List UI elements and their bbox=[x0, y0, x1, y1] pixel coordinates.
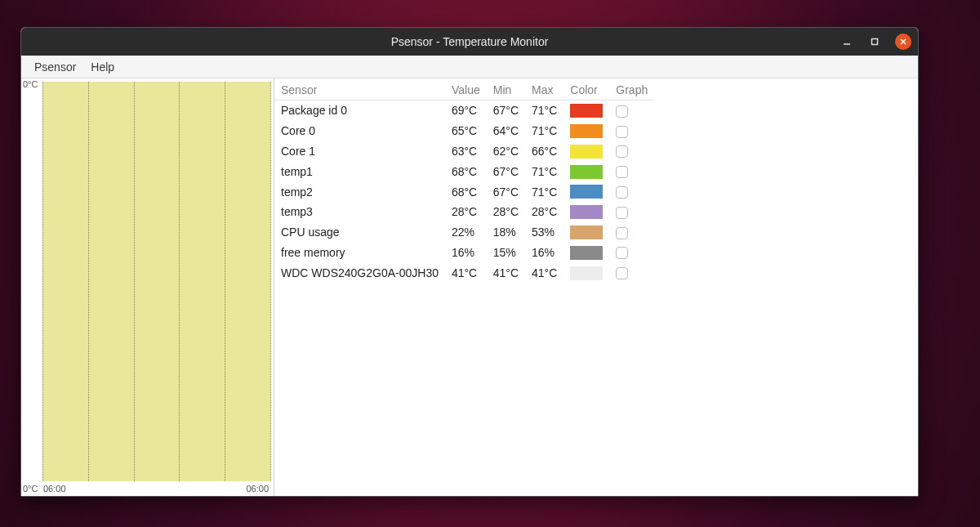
table-row[interactable]: WDC WDS240G2G0A-00JH3041°C41°C41°C bbox=[274, 262, 654, 283]
sensor-value: 65°C bbox=[445, 121, 487, 141]
sensor-color-cell[interactable] bbox=[564, 181, 609, 202]
sensor-color-cell[interactable] bbox=[564, 141, 609, 162]
sensor-color-cell[interactable] bbox=[564, 161, 609, 181]
sensor-max: 71°C bbox=[525, 121, 564, 141]
color-swatch[interactable] bbox=[570, 185, 603, 199]
sensor-name: Package id 0 bbox=[274, 100, 445, 121]
plot-area[interactable] bbox=[42, 82, 270, 481]
gridline bbox=[42, 82, 43, 481]
sensor-panel: Sensor Value Min Max Color Graph Package… bbox=[274, 78, 918, 496]
graph-checkbox[interactable] bbox=[616, 105, 628, 118]
color-swatch[interactable] bbox=[570, 205, 603, 219]
sensor-min: 28°C bbox=[487, 202, 525, 222]
x-axis-right-label: 06:00 bbox=[246, 484, 269, 494]
maximize-button[interactable] bbox=[867, 34, 882, 49]
table-row[interactable]: Core 065°C64°C71°C bbox=[274, 121, 654, 141]
sensor-graph-cell bbox=[609, 121, 654, 141]
sensor-min: 18% bbox=[487, 222, 525, 243]
table-row[interactable]: Package id 069°C67°C71°C bbox=[274, 100, 654, 121]
sensor-min: 67°C bbox=[487, 161, 525, 181]
sensor-value: 63°C bbox=[445, 141, 487, 162]
sensor-value: 68°C bbox=[445, 181, 487, 202]
graph-checkbox[interactable] bbox=[616, 126, 628, 138]
minimize-button[interactable] bbox=[840, 34, 854, 49]
table-row[interactable]: temp268°C67°C71°C bbox=[274, 181, 654, 202]
col-header-value[interactable]: Value bbox=[445, 80, 487, 100]
sensor-color-cell[interactable] bbox=[564, 100, 609, 121]
sensor-graph-cell bbox=[609, 222, 654, 243]
table-row[interactable]: free memory16%15%16% bbox=[274, 243, 654, 263]
sensor-max: 28°C bbox=[525, 202, 564, 222]
titlebar[interactable]: Psensor - Temperature Monitor bbox=[21, 28, 918, 56]
sensor-color-cell[interactable] bbox=[564, 202, 609, 222]
col-header-min[interactable]: Min bbox=[487, 80, 525, 100]
svg-rect-1 bbox=[872, 39, 878, 45]
graph-checkbox[interactable] bbox=[616, 267, 628, 279]
table-row[interactable]: temp328°C28°C28°C bbox=[274, 202, 654, 222]
sensor-max: 71°C bbox=[525, 161, 564, 181]
y-axis-top-label: 0°C bbox=[23, 78, 38, 90]
graph-checkbox[interactable] bbox=[616, 186, 628, 199]
gridline bbox=[270, 82, 271, 481]
sensor-color-cell[interactable] bbox=[564, 222, 609, 243]
color-swatch[interactable] bbox=[570, 246, 603, 260]
sensor-color-cell[interactable] bbox=[564, 121, 609, 141]
table-row[interactable]: Core 163°C62°C66°C bbox=[274, 141, 654, 162]
col-header-max[interactable]: Max bbox=[525, 80, 564, 100]
sensor-name: free memory bbox=[274, 243, 445, 263]
col-header-color[interactable]: Color bbox=[564, 80, 609, 100]
sensor-value: 69°C bbox=[445, 100, 487, 121]
sensor-graph-cell bbox=[609, 243, 654, 263]
color-swatch[interactable] bbox=[570, 226, 603, 239]
x-axis-left-label: 06:00 bbox=[43, 484, 66, 494]
color-swatch[interactable] bbox=[570, 165, 603, 179]
sensor-min: 67°C bbox=[487, 181, 525, 202]
menu-help[interactable]: Help bbox=[84, 58, 121, 76]
menubar: Psensor Help bbox=[21, 56, 918, 78]
sensor-graph-cell bbox=[609, 141, 654, 162]
y-axis-bottom-label: 0°C bbox=[23, 484, 38, 494]
sensor-color-cell[interactable] bbox=[564, 262, 609, 283]
table-row[interactable]: CPU usage22%18%53% bbox=[274, 222, 654, 243]
sensor-name: temp1 bbox=[274, 161, 445, 181]
menu-psensor[interactable]: Psensor bbox=[28, 58, 82, 76]
graph-checkbox[interactable] bbox=[616, 247, 628, 259]
table-row[interactable]: temp168°C67°C71°C bbox=[274, 161, 654, 181]
sensor-name: WDC WDS240G2G0A-00JH30 bbox=[274, 262, 445, 283]
sensor-max: 71°C bbox=[525, 181, 564, 202]
graph-checkbox[interactable] bbox=[616, 166, 628, 178]
sensor-graph-cell bbox=[609, 202, 654, 222]
sensor-name: CPU usage bbox=[274, 222, 445, 243]
color-swatch[interactable] bbox=[570, 104, 603, 118]
content-row: 0°C 0°C 06:00 06:00 Sensor Value Min bbox=[21, 78, 918, 496]
color-swatch[interactable] bbox=[570, 145, 603, 159]
gridline bbox=[134, 82, 135, 481]
close-button[interactable] bbox=[895, 33, 911, 50]
sensor-min: 62°C bbox=[487, 141, 525, 162]
sensor-graph-cell bbox=[609, 181, 654, 202]
sensor-max: 16% bbox=[525, 243, 564, 263]
gridline bbox=[179, 82, 180, 481]
graph-checkbox[interactable] bbox=[616, 145, 628, 158]
sensor-name: Core 1 bbox=[274, 141, 445, 162]
color-swatch[interactable] bbox=[570, 266, 603, 280]
gridline bbox=[225, 82, 225, 481]
sensor-color-cell[interactable] bbox=[564, 243, 609, 263]
color-swatch[interactable] bbox=[570, 124, 603, 138]
sensor-graph-cell bbox=[609, 161, 654, 181]
sensor-max: 66°C bbox=[525, 141, 564, 162]
window-controls bbox=[840, 28, 911, 56]
graph-checkbox[interactable] bbox=[616, 227, 628, 239]
graph-checkbox[interactable] bbox=[616, 207, 628, 219]
sensor-min: 41°C bbox=[487, 262, 525, 283]
sensor-value: 16% bbox=[445, 243, 487, 263]
gridline bbox=[88, 82, 89, 481]
sensor-graph-cell bbox=[609, 100, 654, 121]
sensor-name: Core 0 bbox=[274, 121, 445, 141]
graph-panel: 0°C 0°C 06:00 06:00 bbox=[21, 78, 274, 496]
window-title: Psensor - Temperature Monitor bbox=[391, 35, 549, 48]
sensor-value: 68°C bbox=[445, 161, 487, 181]
sensor-max: 71°C bbox=[525, 100, 564, 121]
col-header-sensor[interactable]: Sensor bbox=[274, 80, 445, 100]
col-header-graph[interactable]: Graph bbox=[609, 80, 654, 100]
